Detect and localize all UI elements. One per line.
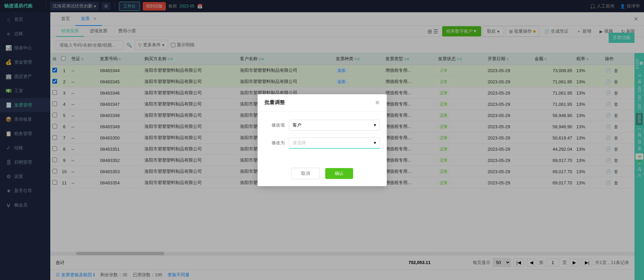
- modal-header: 批量调整 ✕: [258, 94, 387, 112]
- modify-value-placeholder: 请选择: [293, 140, 306, 146]
- chevron-down-icon: ▾: [374, 140, 376, 145]
- modal-footer: 取消 确认: [258, 164, 387, 186]
- modify-value-row: 修改为 请选择 ▾: [264, 137, 380, 149]
- cancel-button[interactable]: 取消: [291, 168, 320, 179]
- modify-field-row: 修改项 客户 ▾: [264, 120, 380, 131]
- modify-field-select[interactable]: 客户 ▾: [289, 120, 380, 131]
- modal-body: 修改项 客户 ▾ 修改为 请选择 ▾: [258, 112, 387, 164]
- confirm-button[interactable]: 确认: [325, 168, 353, 179]
- modify-field-label: 修改项: [264, 122, 285, 128]
- chevron-down-icon: ▾: [374, 122, 376, 128]
- modify-value-select[interactable]: 请选择 ▾: [289, 137, 380, 149]
- modify-field-value: 客户: [293, 122, 301, 128]
- modal-overlay[interactable]: 批量调整 ✕ 修改项 客户 ▾ 修改为 请选择 ▾ 取消 确认: [0, 0, 644, 280]
- modify-value-label: 修改为: [264, 140, 285, 146]
- batch-adjust-modal: 批量调整 ✕ 修改项 客户 ▾ 修改为 请选择 ▾ 取消 确认: [258, 94, 387, 186]
- modal-title: 批量调整: [264, 99, 285, 106]
- modal-close-button[interactable]: ✕: [375, 99, 380, 106]
